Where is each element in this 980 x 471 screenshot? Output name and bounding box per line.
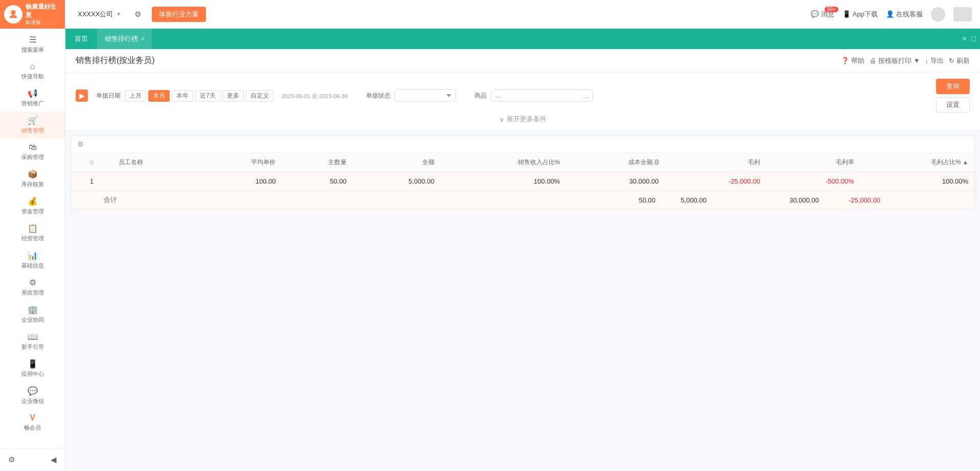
basic-info-icon: 📊	[28, 251, 38, 260]
table-settings-icon[interactable]: ⚙	[77, 140, 84, 148]
date-range-text: 2023-06-01 至 2023-06-30	[282, 93, 348, 100]
footer-amount: 5,000.00	[662, 196, 713, 204]
message-badge: 99+	[825, 7, 838, 12]
cell-qty: 50.00	[282, 172, 352, 191]
logo-subtitle: 标准版	[26, 19, 61, 26]
tabbar-right-actions: × □	[962, 34, 980, 43]
sidebar-item-finance[interactable]: 💰 资金管理	[0, 192, 65, 219]
app-center-icon: 📱	[28, 359, 38, 369]
sidebar-item-guide-label: 新手引导	[21, 343, 44, 351]
sidebar-settings-button[interactable]: ⚙	[4, 453, 18, 467]
inventory-icon: 📦	[28, 169, 38, 179]
status-filter-label: 单据状态	[366, 92, 391, 100]
logo-text-block: 畅康通好生意 标准版	[26, 3, 61, 26]
goods-filter-more-button[interactable]: …	[583, 92, 590, 100]
tab-maximize-button[interactable]: □	[971, 34, 976, 43]
trial-button[interactable]: 体验行业方案	[152, 7, 206, 22]
sidebar-item-wechat[interactable]: 💬 企业微信	[0, 382, 65, 409]
home-icon: ⌂	[30, 62, 35, 71]
sidebar-logo: 畅康通好生意 标准版	[0, 0, 65, 29]
app-download-button[interactable]: 📱 App下载	[842, 10, 878, 19]
help-label: 帮助	[851, 56, 864, 65]
service-label: 在线客服	[896, 10, 923, 19]
sidebar-item-quick-nav[interactable]: ⌂ 快捷导航	[0, 58, 65, 84]
tab-home[interactable]: 首页	[65, 29, 98, 49]
col-header-amount: 全额	[353, 153, 441, 172]
filter-toggle-button[interactable]: ▶	[76, 89, 88, 102]
sidebar-item-basic-info[interactable]: 📊 基础信息	[0, 246, 65, 274]
company-selector[interactable]: XXXXX公司 ▼	[74, 8, 125, 21]
company-settings-button[interactable]: ⚙	[130, 7, 145, 21]
sidebar-item-system[interactable]: ⚙ 系统管理	[0, 274, 65, 301]
export-label: 导出	[930, 56, 944, 65]
print-dropdown-icon: ▼	[914, 57, 920, 64]
expand-more-button[interactable]: ∨ 展开更多条件	[499, 115, 546, 124]
sidebar-item-inventory[interactable]: 📦 库存核算	[0, 165, 65, 192]
sidebar-item-sales[interactable]: 🛒 销售管理	[0, 111, 65, 139]
user-avatar[interactable]	[931, 7, 945, 21]
svg-point-0	[11, 10, 15, 15]
date-btn-more[interactable]: 更多	[222, 90, 244, 102]
goods-filter-wrapper: …	[491, 89, 593, 102]
sidebar-item-finance-label: 资金管理	[21, 208, 44, 215]
sidebar-item-sales-label: 销售管理	[21, 127, 44, 134]
settings-button[interactable]: 设置	[936, 97, 970, 113]
sidebar-item-app-center[interactable]: 📱 应用中心	[0, 355, 65, 382]
date-btn-this-month[interactable]: 本月	[148, 90, 170, 102]
table-header-row: ☆ 员工名称 平均单价 主数量 全额 销售收入占比% 成本全额 i 毛利 毛利率…	[71, 153, 974, 172]
guide-icon: 📖	[28, 332, 38, 342]
date-btn-custom[interactable]: 自定义	[246, 90, 274, 102]
query-button[interactable]: 查询	[936, 79, 970, 94]
cell-avg-price: 100.00	[197, 172, 282, 191]
sidebar-item-search[interactable]: ☰ 搜索菜单	[0, 31, 65, 58]
export-icon: ↓	[925, 57, 929, 64]
refresh-button[interactable]: ↻ 刷新	[949, 56, 970, 65]
export-button[interactable]: ↓ 导出	[925, 56, 944, 65]
tab-close-button[interactable]: ×	[141, 35, 145, 42]
online-service-button[interactable]: 👤 在线客服	[886, 10, 923, 19]
table-row: 1 100.00 50.00 5,000.00 100.00% 30,000.0…	[71, 172, 974, 191]
message-button[interactable]: 💬 消息 99+	[811, 10, 834, 19]
wechat-icon: 💬	[28, 386, 38, 396]
service-icon: 👤	[886, 10, 894, 18]
date-btn-7days[interactable]: 近7天	[195, 90, 220, 102]
sidebar-item-enterprise[interactable]: 🏢 企业协同	[0, 301, 65, 328]
expand-bar: ∨ 展开更多条件	[76, 113, 970, 124]
page-content: 销售排行榜(按业务员) ❓ 帮助 🖨 按模板打印 ▼ ↓ 导出 ↻ 刷新	[65, 49, 980, 471]
sidebar-item-purchase[interactable]: 🛍 采购管理	[0, 139, 65, 165]
operations-icon: 📋	[28, 223, 38, 233]
sidebar-collapse-button[interactable]: ◀	[47, 453, 61, 467]
print-icon: 🖨	[870, 57, 876, 64]
chevron-down-icon: ∨	[499, 116, 505, 123]
app-download-label: App下载	[853, 10, 878, 19]
enterprise-icon: 🏢	[28, 305, 38, 315]
sidebar-item-marketing-label: 营销推广	[21, 100, 44, 107]
sidebar: 畅康通好生意 标准版 ☰ 搜索菜单 ⌂ 快捷导航 📢 营销推广 🛒 销售管理 🛍…	[0, 0, 65, 471]
user-name-display	[953, 7, 972, 21]
sidebar-item-system-label: 系统管理	[21, 289, 44, 297]
sidebar-item-guide[interactable]: 📖 新手引导	[0, 328, 65, 355]
app-download-icon: 📱	[842, 10, 851, 18]
tab-close-window-button[interactable]: ×	[962, 34, 967, 43]
print-button[interactable]: 🖨 按模板打印 ▼	[870, 56, 920, 65]
date-btn-last-month[interactable]: 上月	[125, 90, 146, 102]
sidebar-item-wechat-label: 企业微信	[21, 397, 44, 405]
sidebar-item-marketing[interactable]: 📢 营销推广	[0, 84, 65, 111]
date-btn-this-year[interactable]: 本年	[172, 90, 193, 102]
status-filter-select[interactable]	[395, 89, 456, 102]
table-footer: 合计 50.00 5,000.00 30,000.00 -25,000.00	[71, 191, 974, 209]
table-area: ⚙ ☆ 员工名称 平均单价 主数量 全额 销售收入占比% 成本全额 i 毛利 毛…	[71, 136, 975, 209]
cell-sales-pct: 100.00%	[441, 172, 566, 191]
company-dropdown-icon: ▼	[116, 11, 121, 17]
footer-cost: 30,000.00	[764, 196, 825, 204]
sidebar-item-operations[interactable]: 📋 经营管理	[0, 219, 65, 246]
help-button[interactable]: ❓ 帮助	[841, 56, 864, 65]
tab-sales-ranking[interactable]: 销售排行榜 ×	[98, 29, 152, 49]
col-header-gross: 毛利	[665, 153, 767, 172]
vip-icon: V	[30, 413, 35, 422]
date-filter-group: 单据日期 上月 本月 本年 近7天 更多 自定义	[96, 90, 274, 102]
date-filter-options: 上月 本月 本年 近7天 更多 自定义	[125, 90, 274, 102]
goods-filter-input[interactable]	[491, 89, 593, 102]
sidebar-item-vip[interactable]: V 畅会员	[0, 409, 65, 436]
page-title: 销售排行榜(按业务员)	[76, 55, 155, 66]
